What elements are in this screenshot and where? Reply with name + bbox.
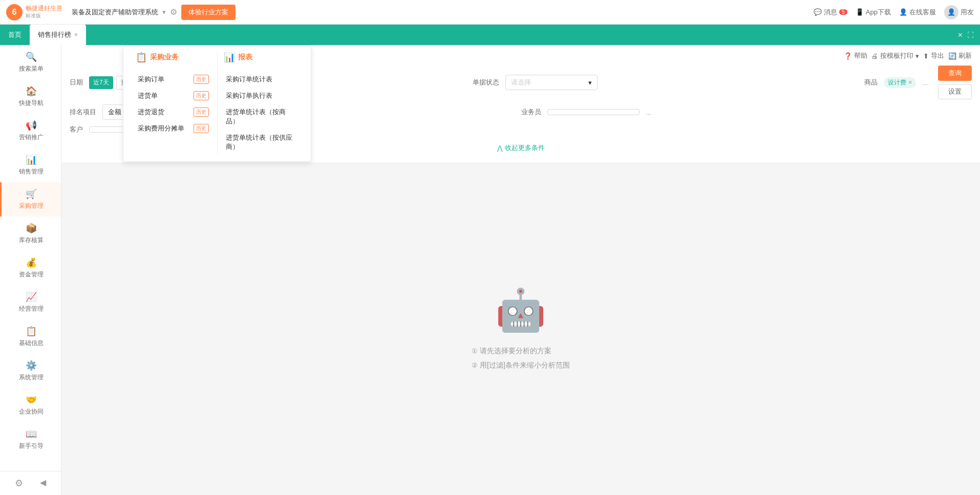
purchase-in-label: 进货单 [138,91,158,100]
order-exec-label: 采购订单执行表 [226,91,272,100]
dropdown-item-order-exec[interactable]: 采购订单执行表 [224,88,299,104]
sidebar-item-inventory[interactable]: 📦 库存核算 [0,217,61,251]
history-badge-4: 历史 [194,124,209,133]
inventory-icon: 📦 [26,223,37,234]
dropdown-item-in-supplier[interactable]: 进货单统计表（按供应商） [224,130,299,155]
messages-action[interactable]: 💬 消息 5 [814,8,847,17]
purchase-return-label: 进货退货 [138,107,164,117]
basic-icon: 📋 [26,326,37,337]
sidebar-item-label: 快捷导航 [19,99,44,107]
sidebar-item-label: 基础信息 [19,339,44,348]
sales-icon: 📊 [26,154,37,165]
search-icon: 🔍 [26,51,37,62]
content-area: ❓ 帮助 🖨 按模板打印 ▾ ⬆ 导出 🔄 刷新 [61,45,980,495]
message-icon: 💬 [814,8,822,16]
order-stats-label: 采购订单统计表 [226,75,272,84]
dropdown-item-purchase-in[interactable]: 进货单 历史 [136,88,211,104]
operation-icon: 📈 [26,291,37,303]
history-badge-3: 历史 [194,107,209,117]
rank-label: 排名项目 [70,107,96,117]
date-label: 日期 [70,78,83,87]
user-avatar: 👤 [944,5,958,19]
settings-bottom-icon[interactable]: ⚙ [15,478,23,489]
title-arrow-icon[interactable]: ▾ [162,8,166,16]
in-goods-label: 进货单统计表（按商品） [226,107,297,126]
tab-bar: 首页 销售排行榜 × ✕ ⛶ [0,25,980,45]
dropdown-col-purchase: 📋 采购业务 采购订单 历史 进货单 历史 进货退货 历史 [130,52,217,155]
user-area[interactable]: 👤 用友 [944,5,974,19]
tab-controls: ✕ ⛶ [951,31,980,39]
system-icon: ⚙️ [26,360,37,371]
sidebar-item-nav[interactable]: 🏠 快捷导航 [0,79,61,114]
service-label: 在线客服 [909,8,936,17]
sidebar-item-label: 资金管理 [19,270,44,279]
sidebar-item-label: 库存核算 [19,236,44,245]
sidebar-item-guide[interactable]: 📖 新手引导 [0,422,61,457]
brand-info: 畅捷通好生意 标准版 [26,5,62,20]
message-label: 消息 [824,8,837,17]
sidebar-item-label: 搜索菜单 [19,64,44,73]
tab-close-icon[interactable]: × [74,31,78,38]
logo-area: 6 畅捷通好生意 标准版 [6,4,68,20]
industry-btn[interactable]: 体验行业方案 [181,5,236,20]
finance-icon: 💰 [26,257,37,268]
purchase-order-label: 采购订单 [138,75,164,84]
sidebar-item-search[interactable]: 🔍 搜索菜单 [0,45,61,79]
title-settings-icon[interactable]: ⚙ [170,7,177,17]
sidebar-item-label: 企业协同 [19,407,44,416]
sidebar-item-marketing[interactable]: 📢 营销推广 [0,114,61,148]
collapse-bottom-icon[interactable]: ◀ [40,478,46,489]
dropdown-col1-title: 📋 采购业务 [136,52,211,67]
dropdown-overlay: 📋 采购业务 采购订单 历史 进货单 历史 进货退货 历史 [123,45,980,495]
history-badge-2: 历史 [194,91,209,100]
sidebar-item-enterprise[interactable]: 🤝 企业协同 [0,388,61,422]
dropdown-item-purchase-order[interactable]: 采购订单 历史 [136,71,211,88]
sidebar-item-label: 销售管理 [19,167,44,176]
col1-icon: 📋 [136,52,147,63]
message-badge: 5 [839,9,847,15]
date-7d-btn[interactable]: 近7天 [89,76,113,89]
dropdown-col-reports: 📊 报表 采购订单统计表 采购订单执行表 进货单统计表（按商品） 进货单统计表（… [217,52,305,155]
dropdown-item-purchase-expense[interactable]: 采购费用分摊单 历史 [136,120,211,137]
purchase-expense-label: 采购费用分摊单 [138,124,184,133]
system-title-area: 装备及固定资产辅助管理系统 ▾ ⚙ 体验行业方案 [72,5,809,20]
system-title: 装备及固定资产辅助管理系统 [72,8,158,17]
brand-tag: 标准版 [26,12,62,19]
sidebar-item-purchase[interactable]: 🛒 采购管理 [0,182,61,217]
brand-name: 畅捷通好生意 [26,5,62,13]
tab-home[interactable]: 首页 [0,25,30,45]
dropdown-item-purchase-return[interactable]: 进货退货 历史 [136,104,211,120]
app-label: App下载 [866,8,891,17]
dropdown-item-in-goods[interactable]: 进货单统计表（按商品） [224,104,299,130]
sidebar-item-label: 系统管理 [19,373,44,382]
phone-icon: 📱 [856,8,864,16]
dropdown-col2-title: 📊 报表 [224,52,299,67]
marketing-icon: 📢 [26,120,37,131]
sidebar: 🔍 搜索菜单 🏠 快捷导航 📢 营销推广 📊 销售管理 🛒 采购管理 📦 库存核… [0,45,61,495]
col1-title-text: 采购业务 [150,53,179,62]
dropdown-item-order-stats[interactable]: 采购订单统计表 [224,71,299,88]
tab-close-window-icon[interactable]: ✕ [957,31,963,39]
home-icon: 🏠 [26,85,37,97]
user-label: 用友 [961,8,974,17]
sidebar-item-label: 新手引导 [19,442,44,450]
col2-icon: 📊 [224,52,235,63]
online-service-action[interactable]: 👤 在线客服 [899,8,936,17]
sidebar-item-system[interactable]: ⚙️ 系统管理 [0,354,61,388]
home-tab-label: 首页 [8,30,22,39]
sidebar-item-label: 经营管理 [19,305,44,313]
sidebar-item-basic[interactable]: 📋 基础信息 [0,319,61,354]
history-badge-1: 历史 [194,75,209,84]
tab-sales-ranking[interactable]: 销售排行榜 × [30,25,86,45]
sidebar-item-sales[interactable]: 📊 销售管理 [0,148,61,182]
sidebar-item-finance[interactable]: 💰 资金管理 [0,251,61,285]
app-download-action[interactable]: 📱 App下载 [856,8,891,17]
header-right: 💬 消息 5 📱 App下载 👤 在线客服 👤 用友 [814,5,974,19]
rank-value: 金额 [108,107,121,117]
enterprise-icon: 🤝 [26,394,37,405]
logo-icon: 6 [6,4,23,20]
sidebar-item-operation[interactable]: 📈 经营管理 [0,285,61,319]
tab-expand-icon[interactable]: ⛶ [967,31,974,39]
dropdown-menu: 📋 采购业务 采购订单 历史 进货单 历史 进货退货 历史 [123,45,311,162]
top-header: 6 畅捷通好生意 标准版 装备及固定资产辅助管理系统 ▾ ⚙ 体验行业方案 💬 … [0,0,980,25]
